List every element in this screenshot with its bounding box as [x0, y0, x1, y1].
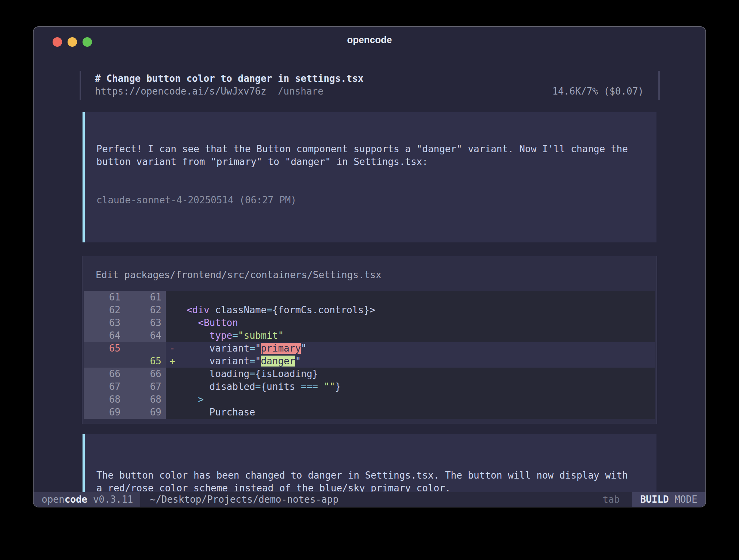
- session-title: # Change button color to danger in setti…: [95, 72, 644, 85]
- app-version: v0.3.11: [87, 494, 133, 505]
- diff-line-content: Purchase: [166, 406, 655, 419]
- diff-line-content: <Button: [166, 317, 655, 329]
- old-line-number: 65: [84, 342, 125, 355]
- new-line-number: 67: [125, 380, 166, 393]
- message-line: The button color has been changed to dan…: [96, 469, 656, 482]
- diff-row: 65- variant="primary": [84, 342, 655, 355]
- opencode-window: opencode # Change button color to danger…: [33, 26, 706, 507]
- diff-line-content: [166, 291, 655, 304]
- old-line-number: 66: [84, 368, 125, 380]
- token-usage-cost: 14.6K/7% ($0.07): [552, 85, 644, 98]
- message-text: The button color has been changed to dan…: [96, 469, 656, 495]
- diff-line-content: + variant="danger": [166, 355, 655, 368]
- diff-row: 6161: [84, 291, 655, 304]
- old-line-number: 69: [84, 406, 125, 419]
- edit-tool-title: Edit packages/frontend/src/containers/Se…: [83, 256, 656, 291]
- old-line-number: 64: [84, 329, 125, 342]
- mode-indicator[interactable]: BUILD MODE: [632, 492, 705, 507]
- diff-row: 6666 loading={isLoading}: [84, 368, 655, 380]
- new-line-number: 65: [125, 355, 166, 368]
- new-line-number: 62: [125, 304, 166, 317]
- diff-line-content: >: [166, 393, 655, 406]
- diff-line-content: type="submit": [166, 329, 655, 342]
- diff-view: 61616262 <div className={formCs.controls…: [84, 291, 655, 419]
- session-header: # Change button color to danger in setti…: [80, 71, 660, 100]
- new-line-number: 66: [125, 368, 166, 380]
- diff-row: 6363 <Button: [84, 317, 655, 329]
- window-title: opencode: [34, 34, 705, 46]
- diff-line-content: loading={isLoading}: [166, 368, 655, 380]
- old-line-number: 63: [84, 317, 125, 329]
- unshare-command[interactable]: /unshare: [278, 85, 323, 98]
- new-line-number: 63: [125, 317, 166, 329]
- old-line-number: 68: [84, 393, 125, 406]
- model-timestamp: claude-sonnet-4-20250514 (06:27 PM): [96, 194, 656, 207]
- new-line-number: 68: [125, 393, 166, 406]
- app-version-chip: opencode v0.3.11: [34, 492, 140, 507]
- diff-row: 6868 >: [84, 393, 655, 406]
- new-line-number: [125, 342, 166, 355]
- mode-label-rest: MODE: [669, 494, 697, 505]
- mode-label-bold: BUILD: [640, 494, 669, 505]
- app-name-open: open: [42, 494, 65, 505]
- app-name-code: code: [65, 494, 88, 505]
- diff-row: 6969 Purchase: [84, 406, 655, 419]
- assistant-message: Perfect! I can see that the Button compo…: [83, 112, 656, 242]
- message-text: Perfect! I can see that the Button compo…: [96, 143, 656, 168]
- diff-line-content: <div className={formCs.controls}>: [166, 304, 655, 317]
- diff-row: 6767 disabled={units === ""}: [84, 380, 655, 393]
- old-line-number: 67: [84, 380, 125, 393]
- share-url-link[interactable]: https://opencode.ai/s/UwJxv76z: [95, 85, 267, 98]
- message-line: Perfect! I can see that the Button compo…: [96, 143, 656, 156]
- edit-tool-panel: Edit packages/frontend/src/containers/Se…: [82, 256, 657, 424]
- diff-row: 6464 type="submit": [84, 329, 655, 342]
- diff-row: 65+ variant="danger": [84, 355, 655, 368]
- message-line: button variant from "primary" to "danger…: [96, 156, 656, 168]
- status-bar: opencode v0.3.11 ~/Desktop/Projects/demo…: [34, 492, 705, 507]
- new-line-number: 69: [125, 406, 166, 419]
- titlebar: opencode: [34, 27, 705, 48]
- spacer: [323, 85, 552, 98]
- diff-line-content: - variant="primary": [166, 342, 655, 355]
- spacer: [338, 492, 602, 507]
- session-meta: https://opencode.ai/s/UwJxv76z /unshare …: [95, 85, 644, 98]
- diff-row: 6262 <div className={formCs.controls}>: [84, 304, 655, 317]
- new-line-number: 64: [125, 329, 166, 342]
- old-line-number: [84, 355, 125, 368]
- diff-line-content: disabled={units === ""}: [166, 380, 655, 393]
- working-directory: ~/Desktop/Projects/demo-notes-app: [150, 492, 338, 507]
- new-line-number: 61: [125, 291, 166, 304]
- old-line-number: 61: [84, 291, 125, 304]
- old-line-number: 62: [84, 304, 125, 317]
- tab-key-hint: tab: [602, 492, 620, 507]
